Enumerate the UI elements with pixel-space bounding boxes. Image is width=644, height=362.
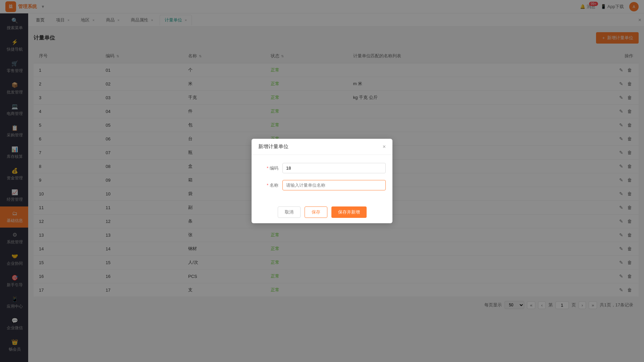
modal-header: 新增计量单位 × <box>252 139 392 155</box>
modal-title: 新增计量单位 <box>258 143 288 150</box>
name-label: * 名称 <box>258 182 278 188</box>
code-input[interactable] <box>282 163 386 173</box>
required-mark-2: * <box>267 183 268 188</box>
modal-overlay: 新增计量单位 × * 编码 * 名称 取消 保存 保存并新增 <box>0 0 644 362</box>
form-row-code: * 编码 <box>258 163 386 173</box>
code-label: * 编码 <box>258 165 278 171</box>
save-button[interactable]: 保存 <box>305 206 327 218</box>
modal-body: * 编码 * 名称 <box>252 155 392 202</box>
name-input[interactable] <box>282 180 386 190</box>
save-new-button[interactable]: 保存并新增 <box>331 206 367 218</box>
required-mark: * <box>267 166 268 171</box>
form-row-name: * 名称 <box>258 180 386 190</box>
modal-close-button[interactable]: × <box>383 144 386 150</box>
add-unit-modal: 新增计量单位 × * 编码 * 名称 取消 保存 保存并新增 <box>252 139 392 223</box>
cancel-button[interactable]: 取消 <box>278 206 301 218</box>
modal-footer: 取消 保存 保存并新增 <box>252 202 392 223</box>
